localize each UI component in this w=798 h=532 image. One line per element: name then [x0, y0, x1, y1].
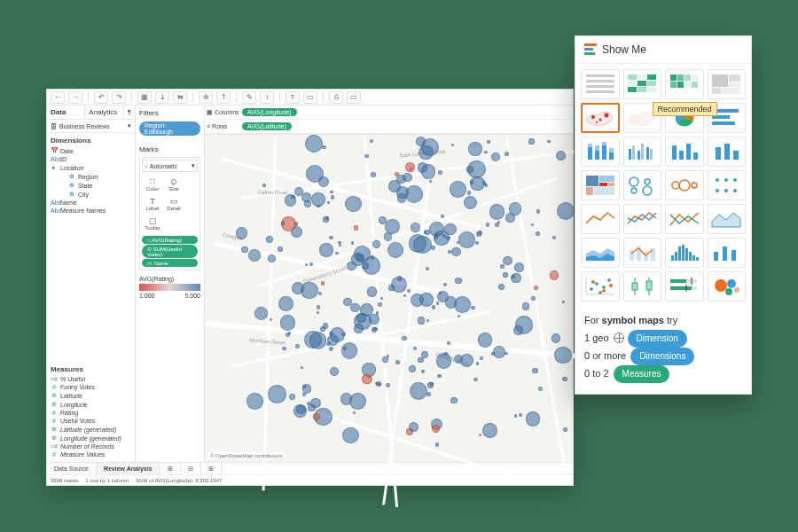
- tab-data-source[interactable]: Data Source: [47, 463, 97, 474]
- map-symbol[interactable]: [532, 368, 538, 374]
- map-symbol[interactable]: [409, 422, 419, 432]
- mark-pill[interactable]: ▭ Name: [142, 259, 198, 267]
- map-symbol[interactable]: [563, 427, 567, 431]
- chart-type-area-stacked[interactable]: [581, 238, 620, 268]
- map-symbol[interactable]: [464, 196, 477, 209]
- map-symbol[interactable]: [491, 153, 500, 161]
- map-symbol[interactable]: [468, 142, 481, 155]
- map-symbol[interactable]: [432, 305, 436, 309]
- map-symbol[interactable]: [345, 196, 362, 213]
- mark-pill[interactable]: ∷ AVG(Rating): [142, 236, 198, 244]
- map-symbol[interactable]: [547, 140, 551, 144]
- map-symbol[interactable]: [305, 135, 323, 153]
- map-symbol[interactable]: [396, 186, 409, 199]
- map-symbol[interactable]: [310, 398, 320, 408]
- tb-15[interactable]: ▭: [347, 91, 361, 104]
- map-symbol[interactable]: [311, 192, 325, 207]
- map-symbol[interactable]: [330, 191, 332, 193]
- chart-type-side-circles[interactable]: [665, 170, 704, 200]
- tb-12[interactable]: T: [286, 91, 300, 104]
- map-symbol[interactable]: [236, 227, 247, 239]
- map-symbol[interactable]: [550, 270, 559, 279]
- measure-item[interactable]: =#% Useful: [51, 375, 131, 383]
- map-symbol[interactable]: [450, 397, 457, 403]
- map-symbol[interactable]: [371, 172, 376, 177]
- tb-redo[interactable]: ↷: [112, 91, 126, 104]
- dimension-item[interactable]: ⊕State: [51, 181, 131, 190]
- map-symbol[interactable]: [505, 213, 515, 223]
- chart-type-text-table[interactable]: [581, 69, 620, 99]
- map-symbol[interactable]: [351, 241, 355, 245]
- map-symbol[interactable]: [437, 374, 442, 379]
- map-symbol[interactable]: [356, 254, 364, 261]
- chart-type-heat-map[interactable]: [665, 69, 704, 99]
- tab-review-analysis[interactable]: Review Analysis: [97, 463, 160, 474]
- new-dashboard-button[interactable]: ⊟: [181, 463, 201, 474]
- map-symbol[interactable]: [426, 267, 430, 271]
- map-symbol[interactable]: [473, 378, 477, 381]
- chart-type-symbol-map[interactable]: [581, 103, 620, 133]
- tab-collapse-icon[interactable]: ¶: [124, 106, 135, 119]
- map-symbol[interactable]: [282, 347, 286, 351]
- map-symbol[interactable]: [327, 201, 330, 204]
- map-symbol[interactable]: [317, 311, 319, 314]
- map-symbol[interactable]: [376, 381, 382, 387]
- measure-item[interactable]: ⊕Longitude: [51, 400, 131, 409]
- map-symbol[interactable]: [478, 332, 492, 347]
- map-symbol[interactable]: [413, 347, 417, 350]
- tb-10[interactable]: ✎: [242, 91, 256, 104]
- measure-item[interactable]: #Funny Votes: [51, 383, 131, 391]
- map-symbol[interactable]: [309, 262, 313, 266]
- map-symbol[interactable]: [522, 302, 530, 310]
- map-symbol[interactable]: [378, 302, 381, 306]
- map-symbol[interactable]: [262, 184, 265, 186]
- map-symbol[interactable]: [411, 223, 420, 232]
- map-symbol[interactable]: [395, 172, 399, 176]
- map-symbol[interactable]: [531, 296, 536, 301]
- map-symbol[interactable]: [514, 262, 524, 272]
- tab-data[interactable]: Data: [47, 106, 85, 119]
- map-symbol[interactable]: [447, 341, 450, 345]
- map-symbol[interactable]: [354, 225, 358, 230]
- map-symbol[interactable]: [301, 192, 311, 202]
- chart-type-bar-vertical[interactable]: [708, 238, 747, 268]
- map-symbol[interactable]: [536, 231, 540, 236]
- map-symbol[interactable]: [441, 215, 444, 218]
- map-symbol[interactable]: [331, 195, 335, 200]
- map-symbol[interactable]: [478, 231, 481, 234]
- map-symbol[interactable]: [248, 249, 261, 262]
- map-symbol[interactable]: [382, 356, 388, 363]
- tb-undo[interactable]: ↶: [94, 91, 108, 104]
- map-symbol[interactable]: [370, 139, 373, 143]
- map-symbol[interactable]: [460, 354, 473, 367]
- tb-14[interactable]: ⎙: [329, 91, 343, 104]
- chart-type-filled-map[interactable]: Recommended: [623, 103, 662, 133]
- map-symbol[interactable]: [386, 383, 390, 387]
- mark-detail[interactable]: ▭Detail: [163, 194, 184, 214]
- chart-type-area-chart[interactable]: [708, 204, 747, 234]
- map-symbol[interactable]: [556, 151, 566, 160]
- tb-6[interactable]: ⤓: [155, 91, 169, 104]
- map-symbol[interactable]: [493, 346, 505, 358]
- mark-label[interactable]: TLabel: [142, 194, 163, 214]
- map-symbol[interactable]: [342, 427, 358, 443]
- chart-type-circle-views[interactable]: [623, 170, 662, 200]
- tb-7[interactable]: ⇆: [173, 91, 187, 104]
- map-symbol[interactable]: [432, 425, 440, 433]
- measure-item[interactable]: #Useful Votes: [51, 417, 131, 425]
- chart-type-scatter-plot[interactable]: [581, 271, 620, 301]
- map-symbol[interactable]: [343, 347, 347, 350]
- map-symbol[interactable]: [339, 244, 341, 246]
- map-symbol[interactable]: [367, 286, 378, 297]
- map-symbol[interactable]: [487, 140, 489, 143]
- measure-item[interactable]: =#Number of Records: [51, 442, 131, 450]
- map-symbol[interactable]: [531, 223, 534, 226]
- chart-type-treemap[interactable]: [708, 69, 747, 99]
- map-symbol[interactable]: [557, 202, 575, 220]
- chart-type-treemap-color[interactable]: [581, 170, 620, 200]
- map-symbol[interactable]: [426, 392, 431, 396]
- map-symbol[interactable]: [435, 442, 440, 447]
- map-symbol[interactable]: [329, 236, 333, 240]
- dimension-item[interactable]: ▸Location: [51, 163, 131, 172]
- filter-pill-region[interactable]: Region: Edinburgh: [139, 121, 200, 136]
